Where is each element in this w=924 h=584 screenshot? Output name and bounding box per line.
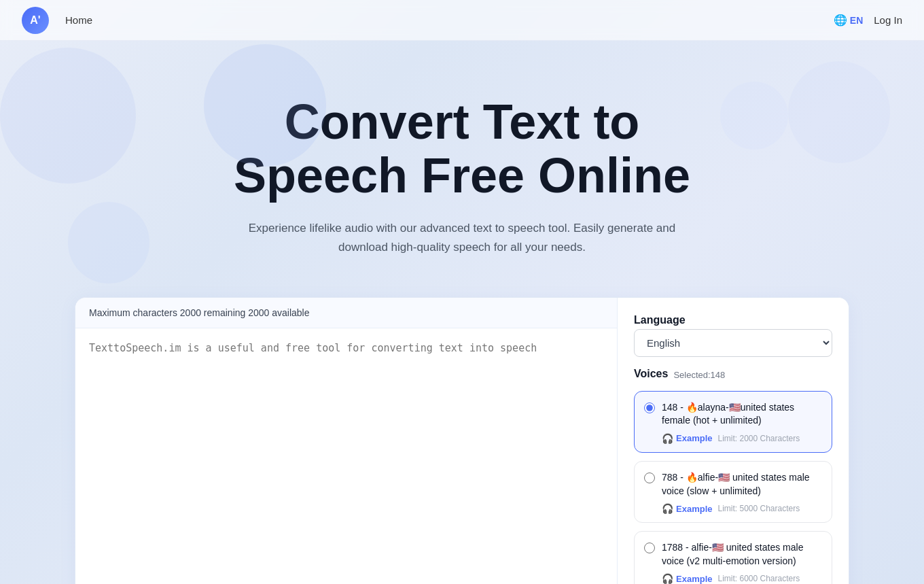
voice-3-example-label: Example xyxy=(676,574,712,584)
voice-3-headphone-icon: 🎧 xyxy=(662,573,673,584)
voice-2-example-label: Example xyxy=(676,504,712,514)
voices-section: Voices Selected:148 148 - 🔥alayna-🇺🇸unit… xyxy=(634,368,832,584)
voice-1-actions: 🎧 Example Limit: 2000 Characters xyxy=(662,433,822,444)
text-input[interactable] xyxy=(75,328,617,584)
language-switcher[interactable]: 🌐 EN xyxy=(834,14,863,27)
voice-1-example-link[interactable]: 🎧 Example xyxy=(662,433,712,444)
nav-right: 🌐 EN Log In xyxy=(834,14,902,27)
nav-home-link[interactable]: Home xyxy=(65,14,92,26)
deco-circle-1 xyxy=(0,48,136,184)
nav-left: A' Home xyxy=(22,7,92,34)
language-section: Language English Spanish French German I… xyxy=(634,314,832,357)
voice-2-actions: 🎧 Example Limit: 5000 Characters xyxy=(662,503,822,514)
voices-header: Voices Selected:148 xyxy=(634,368,832,383)
hero-section: Convert Text to Speech Free Online Exper… xyxy=(0,41,924,297)
char-counter: Maximum characters 2000 remaining 2000 a… xyxy=(75,298,617,328)
left-panel: Maximum characters 2000 remaining 2000 a… xyxy=(75,298,618,584)
voice-3-limit: Limit: 6000 Characters xyxy=(717,574,800,583)
voice-item-1[interactable]: 148 - 🔥alayna-🇺🇸united states female (ho… xyxy=(634,391,832,453)
navbar: A' Home 🌐 EN Log In xyxy=(0,0,924,41)
logo[interactable]: A' xyxy=(22,7,49,34)
language-dropdown[interactable]: English Spanish French German Italian Po… xyxy=(634,329,832,357)
voice-3-actions: 🎧 Example Limit: 6000 Characters xyxy=(662,573,822,584)
voice-2-radio[interactable] xyxy=(644,473,655,483)
voice-item-2[interactable]: 788 - 🔥alfie-🇺🇸 united states male voice… xyxy=(634,461,832,523)
voices-list: 148 - 🔥alayna-🇺🇸united states female (ho… xyxy=(634,391,832,584)
lang-code: EN xyxy=(850,15,863,26)
voice-1-radio[interactable] xyxy=(644,402,655,413)
hero-subtitle: Experience lifelike audio with our advan… xyxy=(224,219,700,256)
hero-title-line2: Speech Free Online xyxy=(234,148,690,203)
voice-1-example-label: Example xyxy=(676,433,712,443)
voices-selected-count: Selected:148 xyxy=(673,370,725,380)
voice-2-limit: Limit: 5000 Characters xyxy=(717,504,800,513)
voice-3-top: 1788 - alfie-🇺🇸 united states male voice… xyxy=(644,541,822,568)
voice-3-example-link[interactable]: 🎧 Example xyxy=(662,573,712,584)
voice-3-radio[interactable] xyxy=(644,543,655,553)
hero-title-line1: Convert Text to xyxy=(285,95,640,149)
voice-2-example-link[interactable]: 🎧 Example xyxy=(662,503,712,514)
deco-circle-2 xyxy=(788,61,890,163)
tool-container: Maximum characters 2000 remaining 2000 a… xyxy=(75,297,849,584)
deco-circle-4 xyxy=(204,44,326,167)
globe-icon: 🌐 xyxy=(834,14,847,27)
voice-2-headphone-icon: 🎧 xyxy=(662,503,673,514)
deco-circle-5 xyxy=(720,82,788,150)
right-panel: Language English Spanish French German I… xyxy=(618,298,849,584)
voice-item-3[interactable]: 1788 - alfie-🇺🇸 united states male voice… xyxy=(634,531,832,584)
voice-3-name: 1788 - alfie-🇺🇸 united states male voice… xyxy=(662,541,822,568)
voice-2-name: 788 - 🔥alfie-🇺🇸 united states male voice… xyxy=(662,471,822,498)
voice-1-headphone-icon: 🎧 xyxy=(662,433,673,444)
voices-label: Voices xyxy=(634,368,668,380)
voice-1-limit: Limit: 2000 Characters xyxy=(717,434,800,443)
login-button[interactable]: Log In xyxy=(874,14,902,26)
deco-circle-3 xyxy=(68,202,149,284)
voice-1-top: 148 - 🔥alayna-🇺🇸united states female (ho… xyxy=(644,401,822,428)
language-label: Language xyxy=(634,314,832,326)
voice-1-name: 148 - 🔥alayna-🇺🇸united states female (ho… xyxy=(662,401,822,428)
logo-text: A' xyxy=(30,14,40,27)
voice-2-top: 788 - 🔥alfie-🇺🇸 united states male voice… xyxy=(644,471,822,498)
